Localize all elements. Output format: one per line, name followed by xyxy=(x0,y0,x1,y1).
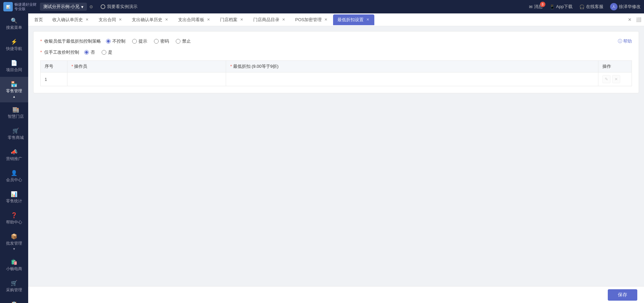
tab-min-discount[interactable]: 最低折扣设置 ✕ xyxy=(333,14,374,25)
delete-btn[interactable]: ✕ xyxy=(612,75,620,83)
sidebar: 🔍 搜索菜单 ⚡ 快捷导航 📄 项目合同 🏪 零售管理 ▲ 🏬 智慧门店 🛒 零… xyxy=(0,13,28,303)
cell-actions: ✎ ✕ xyxy=(598,72,632,86)
tab-min-discount-label: 最低折扣设置 xyxy=(337,17,364,23)
contract-icon: 📄 xyxy=(11,60,17,66)
project-selector[interactable]: 测试分开示例-小兄 ▾ xyxy=(40,3,87,11)
strategy-prompt[interactable]: 提示 xyxy=(132,38,147,44)
sidebar-item-label: 营销推广 xyxy=(6,156,22,162)
col-operator: *操作员 xyxy=(67,61,226,72)
strategy-no-control[interactable]: 不控制 xyxy=(106,38,125,44)
online-store-icon: 🛒 xyxy=(12,128,19,134)
sidebar-item-search[interactable]: 🔍 搜索菜单 xyxy=(0,13,28,35)
message-badge: 8 xyxy=(540,2,545,7)
tab-income-confirm[interactable]: 收入确认单历史 ✕ xyxy=(48,14,94,25)
sidebar-item-label: 批发管理 xyxy=(6,241,22,246)
help-link[interactable]: ⓘ 帮助 xyxy=(618,38,632,44)
demo-link[interactable]: 我要看实例演示 xyxy=(101,4,138,10)
strategy-prohibit[interactable]: 禁止 xyxy=(176,38,191,44)
sidebar-item-label: 项目合同 xyxy=(6,67,22,73)
sidebar-item-retail[interactable]: 🏪 零售管理 ▲ xyxy=(0,77,28,102)
strategy-form-row: * 收银员低于最低折扣控制策略 不控制 提示 xyxy=(40,38,632,44)
manual-no-input[interactable] xyxy=(84,50,89,55)
manual-control-form-row: * 仅手工改价时控制 否 是 xyxy=(40,49,632,55)
logo-text: 畅捷通好业财 专业版 xyxy=(14,2,37,11)
tab-payment-contract[interactable]: 支出合同 ✕ xyxy=(94,14,127,25)
tab-store-file[interactable]: 门店档案 ✕ xyxy=(216,14,248,25)
sidebar-item-member[interactable]: 👤 会员中心 xyxy=(0,166,28,187)
tab-pos-password-close[interactable]: ✕ xyxy=(323,17,328,22)
sidebar-item-help[interactable]: ❓ 帮助中心 xyxy=(0,208,28,229)
wholesale-icon: 📦 xyxy=(11,233,17,240)
tab-payment-board[interactable]: 支出合同看板 ✕ xyxy=(174,14,215,25)
manual-no[interactable]: 否 xyxy=(84,49,95,55)
table-header-row: 序号 *操作员 *最低折扣 (9.00等于9折) 操作 xyxy=(41,61,632,72)
online-service-btn[interactable]: 🎧 在线客服 xyxy=(579,4,603,10)
sidebar-item-marketing[interactable]: 📣 营销推广 xyxy=(0,145,28,166)
required-mark: * xyxy=(40,50,42,55)
settings-card: * 收银员低于最低折扣控制策略 不控制 提示 xyxy=(33,31,639,93)
cell-seq: 1 xyxy=(41,72,67,86)
sidebar-item-label: 会员中心 xyxy=(6,177,22,183)
tab-income-confirm-close[interactable]: ✕ xyxy=(85,17,89,22)
sidebar-item-online-store[interactable]: 🛒 零售商城 xyxy=(0,123,28,145)
strategy-no-control-input[interactable] xyxy=(106,39,111,44)
cell-operator xyxy=(67,72,226,86)
online-service-label: 在线客服 xyxy=(586,4,603,10)
sidebar-item-retail-stat[interactable]: 📊 零售统计 xyxy=(0,187,28,208)
message-btn[interactable]: ✉ 消息 8 xyxy=(529,4,543,10)
sidebar-item-smart-store[interactable]: 🏬 智慧门店 xyxy=(0,102,28,123)
user-btn[interactable]: 人 徐泽华修改 xyxy=(610,3,641,10)
manual-yes-input[interactable] xyxy=(102,50,106,55)
logo-icon: 📊 xyxy=(3,2,13,11)
tab-payment-board-close[interactable]: ✕ xyxy=(206,17,211,22)
tab-store-catalog[interactable]: 门店商品目录 ✕ xyxy=(249,14,290,25)
tab-store-file-label: 门店档案 xyxy=(220,17,237,23)
manual-radio-group: 否 是 xyxy=(84,49,112,55)
save-button[interactable]: 保存 xyxy=(608,289,637,301)
table-row: 1 ✎ ✕ xyxy=(41,72,632,86)
tab-pos-password-label: POS加密管理 xyxy=(295,17,322,23)
content-area: 首页 收入确认单历史 ✕ 支出合同 ✕ 支出确认单历史 ✕ 支出合同看板 ✕ 门… xyxy=(28,13,644,303)
tab-payment-confirm-close[interactable]: ✕ xyxy=(164,17,169,22)
strategy-radio-group: 不控制 提示 密码 禁止 xyxy=(106,38,191,44)
tab-payment-confirm[interactable]: 支出确认单历史 ✕ xyxy=(127,14,173,25)
edit-btn[interactable]: ✎ xyxy=(602,75,610,83)
sidebar-item-wholesale[interactable]: 📦 批发管理 ▼ xyxy=(0,229,28,255)
tab-more-btn[interactable]: ⬜ xyxy=(635,16,642,23)
topbar: 📊 畅捷通好业财 专业版 测试分开示例-小兄 ▾ ⚙ 我要看实例演示 ✉ 消息 … xyxy=(0,0,644,13)
topbar-right: ✉ 消息 8 📱 App下载 🎧 在线客服 人 徐泽华修改 xyxy=(529,3,641,10)
strategy-password[interactable]: 密码 xyxy=(154,38,169,44)
app-download-btn[interactable]: 📱 App下载 xyxy=(549,4,573,10)
message-icon: ✉ xyxy=(529,4,533,9)
tab-store-catalog-close[interactable]: ✕ xyxy=(281,17,286,22)
tab-home-label: 首页 xyxy=(34,17,43,23)
col-min-discount: *最低折扣 (9.00等于9折) xyxy=(226,61,598,72)
sidebar-item-label: 搜索菜单 xyxy=(6,25,22,31)
strategy-prohibit-input[interactable] xyxy=(176,39,180,44)
help-circle-icon: ⓘ xyxy=(618,38,622,44)
manual-yes[interactable]: 是 xyxy=(102,49,112,55)
smart-store-icon: 🏬 xyxy=(12,106,19,113)
user-label: 徐泽华修改 xyxy=(619,4,641,10)
tab-payment-contract-close[interactable]: ✕ xyxy=(118,17,122,22)
tab-income-confirm-label: 收入确认单历史 xyxy=(52,17,83,23)
required-mark: * xyxy=(40,39,42,44)
sidebar-item-contract[interactable]: 📄 项目合同 xyxy=(0,56,28,77)
sidebar-item-ecommerce[interactable]: 🛍️ 小畅电商 xyxy=(0,255,28,276)
tab-close-current-btn[interactable]: ✕ xyxy=(626,16,633,23)
sidebar-item-shortcut[interactable]: ⚡ 快捷导航 xyxy=(0,35,28,56)
tab-store-file-close[interactable]: ✕ xyxy=(239,17,244,22)
tab-payment-confirm-label: 支出确认单历史 xyxy=(132,17,162,23)
app-logo: 📊 畅捷通好业财 专业版 xyxy=(3,2,37,11)
strategy-password-input[interactable] xyxy=(154,39,159,44)
retail-stat-icon: 📊 xyxy=(11,191,17,197)
settings-icon[interactable]: ⚙ xyxy=(87,2,96,11)
sidebar-item-purchase[interactable]: 🛒 采购管理 xyxy=(0,276,28,297)
tab-store-catalog-label: 门店商品目录 xyxy=(253,17,279,23)
tab-pos-password[interactable]: POS加密管理 ✕ xyxy=(291,14,332,25)
tab-payment-contract-label: 支出合同 xyxy=(99,17,116,23)
tab-home[interactable]: 首页 xyxy=(30,14,47,25)
strategy-prompt-input[interactable] xyxy=(132,39,137,44)
sidebar-item-inventory[interactable]: 📋 库存核算 xyxy=(0,297,28,303)
tab-min-discount-close[interactable]: ✕ xyxy=(365,17,370,22)
